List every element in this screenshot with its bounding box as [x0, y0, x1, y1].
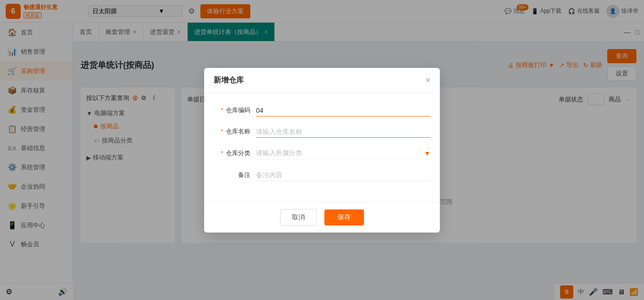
form-row-code: * 仓库编码	[214, 105, 430, 117]
code-label: * 仓库编码	[214, 106, 256, 115]
notes-input[interactable]	[256, 169, 430, 181]
code-input[interactable]	[256, 105, 430, 117]
form-row-notes: 备注	[214, 169, 430, 181]
modal-title: 新增仓库	[214, 75, 244, 85]
modal-overlay: 新增仓库 × * 仓库编码 * 仓库名称	[0, 0, 644, 300]
category-label: * 仓库分类	[214, 149, 256, 158]
modal-body: * 仓库编码 * 仓库名称 * 仓库分类 请输入所属	[204, 93, 440, 202]
form-row-category: * 仓库分类 请输入所属分类 ▼	[214, 147, 430, 160]
chevron-down-icon: ▼	[424, 150, 430, 157]
modal-footer: 取消 保存	[204, 202, 440, 233]
cancel-button[interactable]: 取消	[280, 209, 317, 226]
add-warehouse-modal: 新增仓库 × * 仓库编码 * 仓库名称	[204, 68, 440, 233]
modal-close-button[interactable]: ×	[425, 75, 430, 85]
form-row-name: * 仓库名称	[214, 126, 430, 138]
modal-header: 新增仓库 ×	[204, 68, 440, 93]
save-button[interactable]: 保存	[324, 209, 364, 225]
notes-label: 备注	[214, 171, 256, 179]
name-input[interactable]	[256, 126, 430, 138]
name-label: * 仓库名称	[214, 127, 256, 136]
category-select[interactable]: 请输入所属分类 ▼	[256, 147, 430, 160]
